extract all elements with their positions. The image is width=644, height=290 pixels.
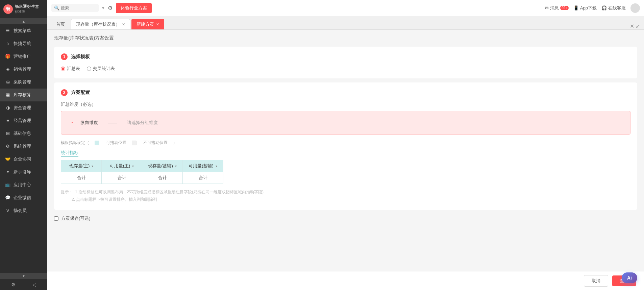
message-icon: ✉ [545, 5, 549, 10]
step1-header: 1 选择模板 [61, 53, 630, 60]
sidebar-item-inventory[interactable]: ▦ 库存核算 [0, 89, 47, 101]
sidebar-item-apps[interactable]: 📺 应用中心 [0, 178, 47, 191]
col3-chevron[interactable]: ▾ [175, 164, 177, 168]
trial-btn[interactable]: 体验行业方案 [116, 3, 152, 13]
app-logo-icon: 畅 [3, 4, 13, 14]
required-mark: * [71, 120, 73, 125]
sidebar-item-purchase[interactable]: ◎ 采购管理 [0, 76, 47, 89]
tabbar: 首页 现存量（库存状况表） ✕ 新建方案 ✕ ✕ ⤢ [47, 16, 644, 30]
radio-cross-input[interactable] [87, 67, 91, 71]
table-header-col2[interactable]: 可用量(主) ▾ [102, 160, 142, 172]
radio-cross[interactable]: 交叉统计表 [87, 66, 115, 72]
window-expand-btn[interactable]: ⤢ [636, 23, 640, 29]
home-icon: ⌂ [5, 41, 11, 47]
radio-summary[interactable]: 汇总表 [61, 66, 80, 72]
draggable-legend-label: 可拖动位置 [106, 140, 126, 146]
col4-chevron[interactable]: ▾ [216, 164, 217, 168]
tab-new-plan-close[interactable]: ✕ [156, 22, 159, 27]
save-option: 方案保存(可选) [54, 215, 637, 221]
topbar: 🔍 ▾ ⚙ 体验行业方案 ✉ 消息 99+ 📱 App下载 🎧 在线客服 [47, 0, 644, 16]
tab-new-plan-label: 新建方案 [137, 21, 154, 27]
tab-inventory[interactable]: 现存量（库存状况表） ✕ [71, 19, 130, 29]
stats-table: 现存量(主) ▾ 可用量(主) ▾ [61, 160, 223, 184]
search-box[interactable]: 🔍 [51, 4, 99, 12]
step1-title: 选择模板 [71, 54, 90, 60]
table-header-col4[interactable]: 可用量(基辅) ▾ [183, 160, 223, 172]
messages-badge[interactable]: ✉ 消息 99+ [545, 5, 569, 11]
dimension-field-label: 纵向维度 [80, 120, 98, 126]
window-close-btn[interactable]: ✕ [630, 23, 634, 29]
table-header-col3[interactable]: 现存量(基辅) ▾ [142, 160, 183, 172]
sidebar-item-sales[interactable]: ◈ 销售管理 [0, 63, 47, 76]
tab-inventory-close[interactable]: ✕ [122, 22, 125, 27]
radio-summary-input[interactable] [61, 67, 65, 71]
metrics-label-end: ） [173, 140, 177, 146]
sidebar-footer: ⚙ ◁ [0, 279, 47, 290]
tip2-text: 2. 点击标题栏下拉可设置排序、插入列和删除列 [72, 196, 157, 203]
user-avatar[interactable] [630, 3, 640, 13]
online-service-link[interactable]: 🎧 在线客服 [601, 5, 626, 11]
step2-title: 方案配置 [71, 90, 90, 96]
sidebar-scroll-down[interactable]: ▼ [0, 273, 47, 279]
sidebar-item-system[interactable]: ⚙ 系统管理 [0, 140, 47, 153]
sidebar-item-marketing[interactable]: 🎁 营销推广 [0, 50, 47, 63]
table-cell-sum3: 合计 [142, 172, 183, 184]
radio-summary-label: 汇总表 [67, 66, 80, 72]
sidebar-item-quicknav[interactable]: ⌂ 快捷导航 [0, 37, 47, 50]
dimension-placeholder[interactable]: 请选择分组维度 [127, 120, 158, 126]
table-row: 合计 合计 合计 合计 [61, 172, 223, 184]
save-checkbox[interactable] [54, 216, 58, 221]
topbar-settings-icon[interactable]: ⚙ [108, 5, 113, 11]
system-icon: ⚙ [5, 143, 11, 149]
collapse-icon[interactable]: ◁ [32, 282, 36, 287]
ai-fab[interactable]: Ai [622, 272, 637, 283]
stats-section: 统计指标 现存量(主) ▾ [61, 150, 630, 184]
col2-chevron[interactable]: ▾ [132, 164, 134, 168]
step2-header: 2 方案配置 [61, 89, 630, 96]
fixed-legend-label: 不可拖动位置 [143, 140, 168, 146]
collab-icon: 🤝 [5, 156, 11, 162]
sidebar-item-finance[interactable]: ◑ 资金管理 [0, 101, 47, 114]
sidebar-scroll-up[interactable]: ▲ [0, 19, 47, 24]
finance-icon: ◑ [5, 105, 11, 111]
table-cell-sum1: 合计 [61, 172, 102, 184]
sidebar-logo: 畅 畅康通好生意 标准版 [0, 0, 47, 19]
phone-icon: 📱 [573, 5, 579, 10]
radio-cross-label: 交叉统计表 [93, 66, 115, 72]
content-area: 现存量(库存状况表)方案设置 1 选择模板 汇总表 交叉统计表 2 [47, 30, 644, 271]
cancel-button[interactable]: 取消 [584, 275, 608, 287]
topbar-right: ✉ 消息 99+ 📱 App下载 🎧 在线客服 [545, 3, 640, 13]
wechat-icon: 💬 [5, 195, 11, 201]
sidebar-item-member[interactable]: V 畅会员 [0, 204, 47, 217]
tip1-text: 1.拖动标题栏可以调整布局，不可跨维度或指标区域拖动栏目字段(只能在同一维度或指… [75, 189, 264, 196]
search-input[interactable] [61, 6, 95, 10]
sidebar-item-collab[interactable]: 🤝 企业协同 [0, 153, 47, 166]
sidebar-item-guide[interactable]: ✦ 新手引导 [0, 166, 47, 178]
member-icon: V [5, 208, 11, 214]
tab-home-label: 首页 [56, 21, 65, 27]
draggable-legend-box [95, 141, 99, 145]
step1-section: 1 选择模板 汇总表 交叉统计表 [54, 47, 637, 78]
sidebar-nav: ☰ 搜索菜单 ⌂ 快捷导航 🎁 营销推广 ◈ 销售管理 ◎ 采购管理 ▦ 库存核… [0, 24, 47, 273]
dimension-arrow: —— [108, 120, 117, 125]
tab-home[interactable]: 首页 [51, 19, 70, 29]
dropdown-icon[interactable]: ▾ [102, 5, 104, 10]
sidebar-item-basicinfo[interactable]: ⊞ 基础信息 [0, 127, 47, 140]
app-download-link[interactable]: 📱 App下载 [573, 5, 597, 11]
settings-footer-icon[interactable]: ⚙ [11, 282, 16, 287]
inventory-icon: ▦ [5, 92, 11, 98]
message-count: 99+ [560, 6, 569, 10]
col1-chevron[interactable]: ▾ [92, 164, 93, 168]
table-header-col1[interactable]: 现存量(主) ▾ [61, 160, 102, 172]
sidebar-item-wechat[interactable]: 💬 企业微信 [0, 191, 47, 204]
apps-icon: 📺 [5, 182, 11, 188]
sales-icon: ◈ [5, 66, 11, 72]
guide-icon: ✦ [5, 169, 11, 175]
sidebar-item-management[interactable]: ≡ 经营管理 [0, 114, 47, 127]
sidebar: 畅 畅康通好生意 标准版 ▲ ☰ 搜索菜单 ⌂ 快捷导航 🎁 营销推广 ◈ 销售… [0, 0, 47, 290]
tips-section: 提示：1.拖动标题栏可以调整布局，不可跨维度或指标区域拖动栏目字段(只能在同一维… [61, 189, 630, 203]
sidebar-item-search[interactable]: ☰ 搜索菜单 [0, 24, 47, 37]
metrics-legend: 模板指标设定（ 可拖动位置 不可拖动位置 ） [61, 140, 630, 146]
tab-new-plan[interactable]: 新建方案 ✕ [131, 19, 164, 29]
gift-icon: 🎁 [5, 53, 11, 59]
